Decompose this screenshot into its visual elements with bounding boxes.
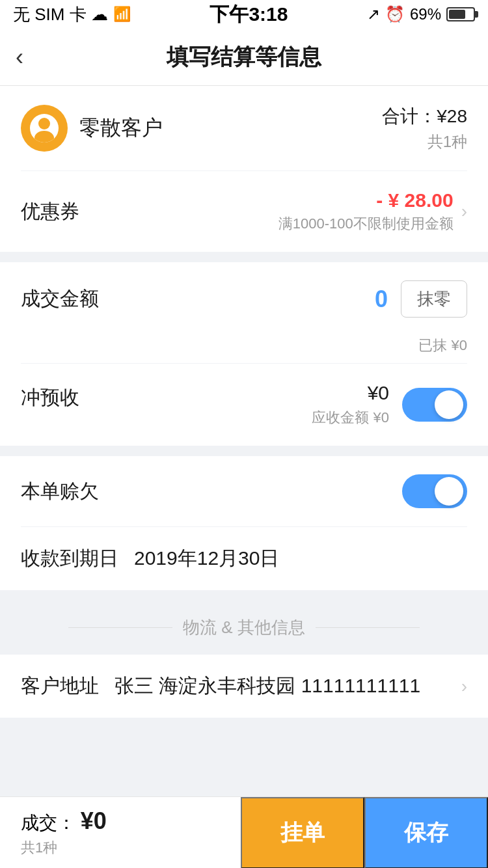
coupon-right: - ¥ 28.00 满1000-100不限制使用金额 › [278,189,467,234]
status-time: 下午3:18 [210,1,288,28]
address-section: 客户地址 张三 海淀永丰科技园 11111111111 › [0,655,488,718]
bottom-deal-label: 成交： [21,813,75,833]
alarm-icon: ⏰ [385,5,405,23]
customer-name: 零散客户 [79,114,163,142]
bottom-deal-line: 成交： ¥0 [21,807,220,835]
chevron-right-icon: › [461,201,467,222]
logistics-line-right [316,627,420,628]
address-chevron-right-icon: › [461,676,467,697]
credit-label: 本单赊欠 [21,478,99,505]
coupon-amount: - ¥ 28.00 [278,189,454,211]
toggle-knob [435,390,463,419]
credit-toggle-knob [435,477,463,506]
prepay-main-amount: ¥0 [312,382,389,404]
location-icon: ↗ [367,5,380,23]
address-label: 客户地址 [21,673,99,699]
avatar-icon [30,114,59,142]
prepay-label: 冲预收 [21,382,79,411]
total-label: 合计：¥28 [382,104,467,129]
customer-left: 零散客户 [21,105,163,152]
total-count: 共1种 [382,131,467,152]
round-off-sub-text: 已抹 ¥0 [0,336,488,363]
address-value: 张三 海淀永丰科技园 11111111111 [115,673,446,699]
customer-right: 合计：¥28 共1种 [382,104,467,152]
due-date-value: 2019年12月30日 [134,545,279,572]
credit-row: 本单赊欠 [0,456,488,526]
bottom-count: 共1种 [21,838,220,858]
coupon-value-block: - ¥ 28.00 满1000-100不限制使用金额 [278,189,454,234]
prepay-right: ¥0 应收金额 ¥0 [312,382,467,427]
content-area: 零散客户 合计：¥28 共1种 优惠券 - ¥ 28.00 满1000-100不… [0,86,488,868]
customer-row: 零散客户 合计：¥28 共1种 [0,86,488,170]
deal-amount-label: 成交金额 [21,286,99,312]
page-title: 填写结算等信息 [167,42,321,72]
prepay-row: 冲预收 ¥0 应收金额 ¥0 [0,364,488,446]
sim-label: 无 SIM 卡 ☁ [13,3,108,26]
due-date-label: 收款到期日 [21,545,118,572]
battery-icon [446,7,475,21]
deal-amount-input[interactable]: 0 [375,286,388,313]
round-off-button[interactable]: 抹零 [401,280,467,318]
credit-toggle[interactable] [402,474,467,508]
address-row[interactable]: 客户地址 张三 海淀永丰科技园 11111111111 › [0,655,488,718]
battery-percent: 69% [410,5,441,23]
deal-amount-right: 0 抹零 [375,280,467,318]
wifi-icon: 📶 [113,6,131,23]
coupon-row[interactable]: 优惠券 - ¥ 28.00 满1000-100不限制使用金额 › [0,171,488,252]
coupon-label: 优惠券 [21,198,79,225]
logistics-line-left [68,627,172,628]
status-right: ↗ ⏰ 69% [367,5,475,23]
prepay-toggle[interactable] [402,388,467,422]
logistics-title: 物流 & 其他信息 [183,616,305,639]
status-left: 无 SIM 卡 ☁ 📶 [13,3,131,26]
deal-amount-row: 成交金额 0 抹零 [0,262,488,336]
credit-section: 本单赊欠 收款到期日 2019年12月30日 [0,456,488,590]
bottom-bar: 成交： ¥0 共1种 挂单 保存 [0,796,488,868]
back-button[interactable]: ‹ [16,44,23,71]
customer-card: 零散客户 合计：¥28 共1种 优惠券 - ¥ 28.00 满1000-100不… [0,86,488,252]
logistics-header: 物流 & 其他信息 [0,601,488,655]
hold-button[interactable]: 挂单 [241,797,364,869]
bottom-deal-amount: ¥0 [81,807,107,834]
coupon-desc: 满1000-100不限制使用金额 [278,214,454,234]
prepay-sub-amount: 应收金额 ¥0 [312,408,389,427]
save-button[interactable]: 保存 [364,797,488,869]
due-date-row: 收款到期日 2019年12月30日 [0,527,488,590]
status-bar: 无 SIM 卡 ☁ 📶 下午3:18 ↗ ⏰ 69% [0,0,488,29]
prepay-amounts: ¥0 应收金额 ¥0 [312,382,389,427]
deal-amount-section: 成交金额 0 抹零 已抹 ¥0 冲预收 ¥0 应收金额 ¥0 [0,262,488,446]
bottom-summary: 成交： ¥0 共1种 [0,807,241,858]
customer-avatar [21,105,68,152]
nav-bar: ‹ 填写结算等信息 [0,29,488,86]
